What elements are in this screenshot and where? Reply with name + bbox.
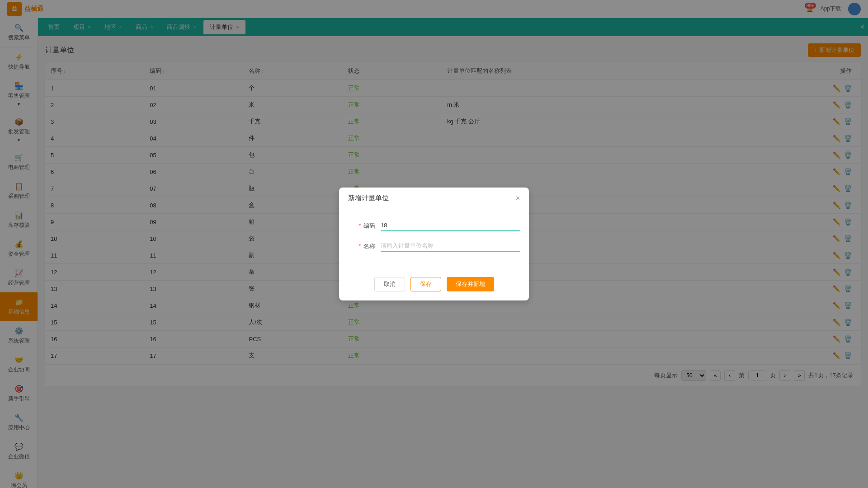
modal-body: * 编码 * 名称: [339, 209, 529, 272]
save-and-new-button[interactable]: 保存并新增: [447, 277, 494, 291]
name-label: * 名称: [348, 242, 375, 250]
modal-close-button[interactable]: ×: [516, 194, 520, 202]
cancel-button[interactable]: 取消: [374, 277, 405, 291]
name-input[interactable]: [381, 240, 520, 252]
modal-overlay[interactable]: 新增计量单位 × * 编码 * 名称 取消 保存 保存并新增: [0, 0, 868, 488]
modal-header: 新增计量单位 ×: [339, 188, 529, 209]
add-unit-modal: 新增计量单位 × * 编码 * 名称 取消 保存 保存并新增: [339, 188, 529, 300]
code-input[interactable]: [381, 220, 520, 231]
required-mark: *: [359, 243, 361, 249]
name-form-row: * 名称: [348, 240, 520, 252]
save-button[interactable]: 保存: [410, 277, 441, 291]
code-label: * 编码: [348, 222, 375, 230]
modal-title: 新增计量单位: [348, 194, 389, 202]
code-form-row: * 编码: [348, 220, 520, 231]
modal-footer: 取消 保存 保存并新增: [339, 272, 529, 300]
required-mark: *: [359, 222, 361, 229]
